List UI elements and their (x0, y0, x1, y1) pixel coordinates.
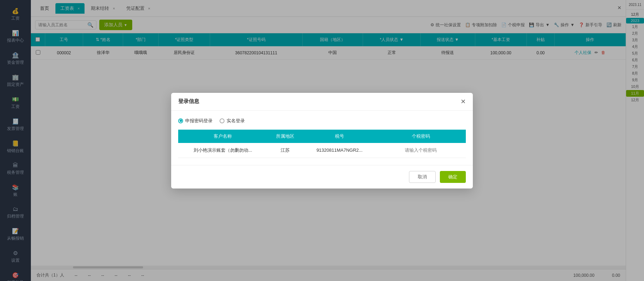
confirm-button[interactable]: 确定 (440, 171, 466, 183)
cancel-button[interactable]: 取消 (409, 171, 436, 183)
radio-password-login-circle (178, 118, 183, 123)
inner-col-region: 所属地区 (268, 130, 303, 143)
inner-table-row: 刘小艳演示账套（勿删勿动... 江苏 91320811MA7NGR2... (178, 143, 466, 158)
modal-header: 登录信息 ✕ (171, 93, 473, 111)
inner-cell-region: 江苏 (268, 143, 303, 158)
login-method-radio-group: 申报密码登录 实名登录 (178, 118, 466, 124)
modal-body: 申报密码登录 实名登录 客户名称 所属地区 税号 个税密码 (171, 111, 473, 165)
modal-close-button[interactable]: ✕ (461, 98, 466, 105)
inner-col-tax-password: 个税密码 (376, 130, 466, 143)
tax-password-input[interactable] (380, 148, 462, 153)
modal-title: 登录信息 (178, 98, 199, 105)
modal-footer: 取消 确定 (171, 165, 473, 189)
login-info-modal: 登录信息 ✕ 申报密码登录 实名登录 (171, 93, 473, 189)
modal-overlay: 登录信息 ✕ 申报密码登录 实名登录 (0, 0, 644, 281)
inner-cell-tax-password[interactable] (376, 143, 466, 158)
inner-cell-tax-id: 91320811MA7NGR2... (303, 143, 376, 158)
radio-realname-login-circle (220, 118, 224, 123)
radio-realname-login[interactable]: 实名登录 (220, 118, 245, 124)
inner-cell-client-name: 刘小艳演示账套（勿删勿动... (178, 143, 268, 158)
radio-password-login[interactable]: 申报密码登录 (178, 118, 213, 124)
login-info-table: 客户名称 所属地区 税号 个税密码 刘小艳演示账套（勿删勿动... 江苏 913… (178, 130, 466, 158)
inner-col-tax-id: 税号 (303, 130, 376, 143)
inner-col-client-name: 客户名称 (178, 130, 268, 143)
